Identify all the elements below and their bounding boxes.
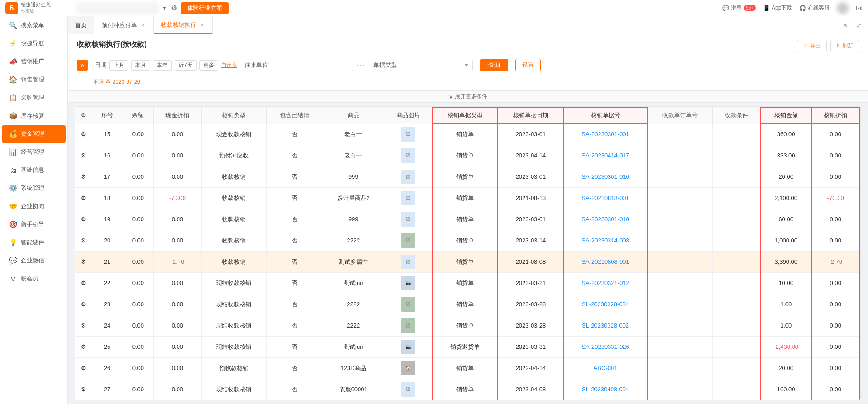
sidebar-item-hardware[interactable]: 💡 智能硬件 (2, 234, 66, 251)
td-verify-bill-no[interactable]: SL-20230328-002 (563, 315, 647, 336)
td-settings[interactable]: ⚙ (75, 400, 92, 400)
td-verify-bill-no[interactable]: ABC-001 (563, 357, 647, 379)
table-row: ⚙ 16 0.00 0.00 预付冲应收 否 老白干 🖼 销货单 2023-04… (75, 145, 860, 166)
bill-no-link[interactable]: SL-20230328-001 (582, 301, 629, 308)
td-verify-type: 现结收款核销 (201, 379, 266, 400)
company-search-input[interactable] (77, 3, 158, 13)
sidebar-item-wechat[interactable]: 💬 企业微信 (2, 252, 66, 269)
message-action[interactable]: 💬 消息 99+ (722, 4, 756, 12)
sidebar-item-newguide[interactable]: 🎯 新手引导 (2, 216, 66, 233)
bill-no-link[interactable]: SA-20210813-001 (581, 195, 629, 201)
td-settings[interactable]: ⚙ (75, 357, 92, 379)
sidebar-label-finance: 资金管理 (21, 130, 44, 138)
sidebar-item-cooperation[interactable]: 🤝 企业协同 (2, 198, 66, 215)
sidebar-item-purchase[interactable]: 📋 采购管理 (2, 89, 66, 106)
td-verify-bill-no[interactable]: SA-20210808-001 (563, 251, 647, 272)
bill-no-link[interactable]: SA-20230331-026 (581, 343, 629, 350)
tab-close-window[interactable]: ✕ (840, 20, 851, 31)
tab-maximize[interactable]: ⤢ (854, 20, 864, 31)
td-settings[interactable]: ⚙ (75, 379, 92, 400)
td-verify-bill-date: 2021-08-08 (498, 251, 563, 272)
bill-no-link[interactable]: SA-20230321-012 (581, 280, 629, 286)
td-verify-bill-no[interactable]: SA-20230331-026 (563, 336, 647, 357)
td-verify-bill-no[interactable]: SL-20230408-001 (563, 379, 647, 400)
last-7days-btn[interactable]: 近7天 (175, 60, 197, 71)
td-verify-bill-no[interactable]: SA-20230301-010 (563, 209, 647, 230)
bill-no-link[interactable]: ABC-001 (594, 365, 618, 371)
td-settings[interactable]: ⚙ (75, 272, 92, 294)
bill-no-link[interactable]: SA-20230414-017 (581, 152, 629, 159)
td-settings[interactable]: ⚙ (75, 145, 92, 166)
td-verify-bill-no[interactable]: SL-20230418-001 (563, 400, 647, 400)
td-verify-bill-no[interactable]: SA-20230301-010 (563, 166, 647, 187)
td-verify-bill-no[interactable]: SA-20210813-001 (563, 187, 647, 209)
sidebar-label-wechat: 企业微信 (21, 257, 44, 265)
td-settings[interactable]: ⚙ (75, 166, 92, 187)
industry-solution-btn[interactable]: 体验行业方案 (181, 2, 229, 14)
td-settings[interactable]: ⚙ (75, 124, 92, 145)
bill-no-link[interactable]: SL-20230328-002 (582, 322, 629, 329)
sidebar-item-sales[interactable]: 🏠 销售管理 (2, 71, 66, 88)
tab-receipt[interactable]: 收款核销执行 × (154, 16, 213, 34)
tab-prepay[interactable]: 预付冲应付单 × (94, 16, 154, 34)
sidebar-item-member[interactable]: V 畅会员 (2, 270, 66, 287)
td-no: 24 (92, 315, 123, 336)
bill-no-link[interactable]: SA-20230301-010 (581, 216, 629, 223)
td-settings[interactable]: ⚙ (75, 336, 92, 357)
td-verify-bill-no[interactable]: SL-20230328-001 (563, 294, 647, 315)
sidebar-item-system[interactable]: ⚙️ 系统管理 (2, 180, 66, 197)
bill-no-link[interactable]: SA-20230301-001 (581, 131, 629, 138)
sidebar-item-shortcut[interactable]: ⚡ 快捷导航 (2, 35, 66, 52)
td-verify-bill-date: 2023-03-14 (498, 230, 563, 251)
td-verify-bill-no[interactable]: SA-20230314-008 (563, 230, 647, 251)
td-no: 16 (92, 145, 123, 166)
td-settings[interactable]: ⚙ (75, 251, 92, 272)
table-container[interactable]: ⚙ 序号 余额 现金折扣 核销类型 包含已结清 商品 商品图片 核销单据类型 核… (75, 106, 861, 400)
dropdown-icon[interactable]: ▼ (162, 5, 167, 11)
settings-btn[interactable]: 设置 (515, 59, 541, 71)
bill-no-link[interactable]: SA-20210808-001 (581, 258, 629, 265)
more-dots[interactable]: ··· (357, 61, 366, 70)
bill-no-link[interactable]: SA-20230314-008 (581, 237, 629, 244)
th-settings[interactable]: ⚙ (75, 107, 92, 124)
tab-prepay-close[interactable]: × (140, 22, 146, 29)
this-year-btn[interactable]: 本年 (153, 60, 172, 71)
td-settings[interactable]: ⚙ (75, 230, 92, 251)
filter-toggle-btn[interactable]: » (77, 60, 88, 71)
td-settings[interactable]: ⚙ (75, 315, 92, 336)
sidebar-item-finance[interactable]: 💰 资金管理 (2, 125, 66, 143)
last-month-btn[interactable]: 上月 (109, 60, 128, 71)
app-download-action[interactable]: 📱 App下载 (763, 4, 792, 12)
td-settings[interactable]: ⚙ (75, 187, 92, 209)
td-no: 28 (92, 400, 123, 400)
expand-bar[interactable]: ∨ 展开更多条件 (68, 91, 868, 103)
td-verify-bill-no[interactable]: SA-20230321-012 (563, 272, 647, 294)
refresh-btn[interactable]: ↻ 刷新 (830, 40, 859, 52)
settings-icon[interactable]: ⚙ (171, 4, 177, 12)
online-service-action[interactable]: 🎧 在线客服 (799, 4, 830, 12)
tab-home[interactable]: 首页 (68, 16, 94, 34)
from-unit-input[interactable] (272, 60, 353, 71)
query-btn[interactable]: 查询 (480, 59, 508, 71)
td-settings[interactable]: ⚙ (75, 294, 92, 315)
export-btn[interactable]: ↗ 导出 (797, 40, 826, 52)
td-verify-bill-no[interactable]: SA-20230414-017 (563, 145, 647, 166)
td-settings[interactable]: ⚙ (75, 209, 92, 230)
tab-receipt-close[interactable]: × (199, 22, 205, 28)
sidebar-item-search[interactable]: 🔍 搜索菜单 (2, 17, 66, 34)
sidebar-item-marketing[interactable]: 📣 营销推广 (2, 53, 66, 70)
td-product: 123D商品 (323, 357, 384, 379)
td-verify-discount: 0.00 (811, 145, 860, 166)
sidebar-item-basic[interactable]: 🗂 基础信息 (2, 162, 66, 179)
this-month-btn[interactable]: 本月 (131, 60, 150, 71)
avatar[interactable] (837, 2, 849, 14)
bill-type-select[interactable] (401, 60, 473, 71)
bill-no-link[interactable]: SL-20230408-001 (582, 386, 629, 393)
td-verify-bill-no[interactable]: SA-20230301-001 (563, 124, 647, 145)
sidebar-item-operations[interactable]: 📊 经营管理 (2, 143, 66, 161)
bill-no-link[interactable]: SA-20230301-010 (581, 173, 629, 180)
td-product-image: 🖼 (384, 379, 432, 400)
more-btn[interactable]: 更多 (199, 60, 218, 71)
custom-btn[interactable]: 自定义 (221, 62, 237, 69)
sidebar-item-inventory[interactable]: 📦 库存核算 (2, 107, 66, 124)
